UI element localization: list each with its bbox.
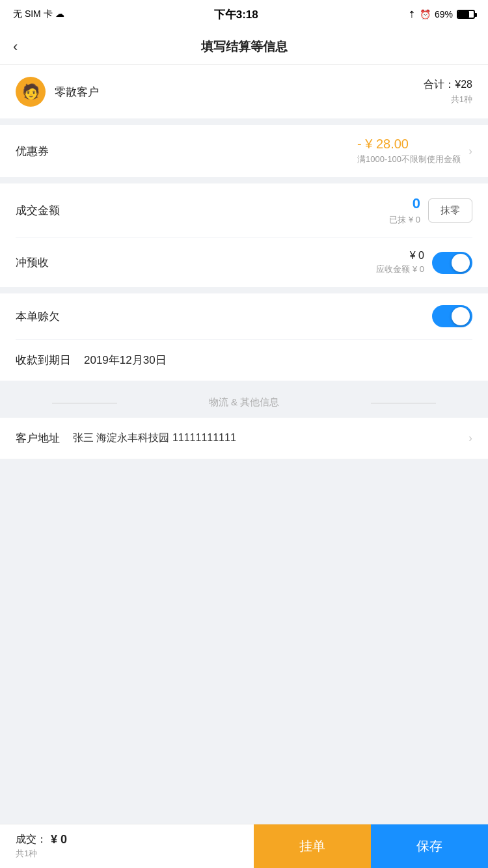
customer-left: 🧑 零散客户 xyxy=(16,77,99,107)
prepayment-toggle[interactable] xyxy=(432,252,472,274)
coupon-discount: - ¥ 28.00 xyxy=(357,137,461,152)
total-count: 共1种 xyxy=(424,94,472,105)
due-date-value: 2019年12月30日 xyxy=(84,353,167,368)
location-icon: ⇡ xyxy=(408,9,416,20)
logistics-section-header: 物流 & 其他信息 xyxy=(0,387,488,418)
transaction-right: 已抹 ¥ 0 抹零 xyxy=(368,195,472,226)
customer-card: 🧑 零散客户 合计：¥28 共1种 xyxy=(0,65,488,118)
customer-right: 合计：¥28 共1种 xyxy=(424,78,472,105)
save-button[interactable]: 保存 xyxy=(371,824,488,869)
avatar-icon: 🧑 xyxy=(22,83,40,100)
nav-bar: ‹ 填写结算等信息 xyxy=(0,29,488,65)
coupon-row[interactable]: 优惠券 - ¥ 28.00 满1000-100不限制使用金额 › xyxy=(0,125,488,177)
bottom-bar: 成交： ¥ 0 共1种 挂单 保存 xyxy=(0,824,488,868)
debt-toggle[interactable] xyxy=(432,305,472,327)
back-button[interactable]: ‹ xyxy=(13,38,18,55)
prepayment-sub: 应收金额 ¥ 0 xyxy=(376,264,424,275)
bottom-count: 共1种 xyxy=(16,848,238,860)
prepayment-value: ¥ 0 xyxy=(376,250,424,262)
due-date-row: 收款到期日 2019年12月30日 xyxy=(0,340,488,381)
coupon-card[interactable]: 优惠券 - ¥ 28.00 满1000-100不限制使用金额 › xyxy=(0,125,488,177)
debt-label: 本单赊欠 xyxy=(16,309,60,324)
prepayment-label: 冲预收 xyxy=(16,255,49,270)
address-card[interactable]: 客户地址 张三 海淀永丰科技园 11111111111 › xyxy=(0,418,488,459)
total-amount: 合计：¥28 xyxy=(424,78,472,92)
debt-right xyxy=(432,305,472,327)
debt-toggle-knob xyxy=(452,307,470,325)
coupon-desc: 满1000-100不限制使用金额 xyxy=(357,154,461,165)
bottom-info: 成交： ¥ 0 共1种 xyxy=(0,833,254,860)
toggle-knob xyxy=(452,254,470,272)
transaction-input[interactable] xyxy=(368,195,420,212)
address-label: 客户地址 xyxy=(16,431,60,446)
coupon-chevron-icon: › xyxy=(468,144,472,158)
customer-row: 🧑 零散客户 合计：¥28 共1种 xyxy=(0,65,488,118)
signal-text: 无 SIM 卡 ☁ xyxy=(13,8,64,20)
bottom-deal: 成交： ¥ 0 xyxy=(16,833,238,847)
bottom-deal-amount: ¥ 0 xyxy=(51,833,67,847)
prepayment-row: 冲预收 ¥ 0 应收金额 ¥ 0 xyxy=(0,238,488,287)
address-chevron-icon: › xyxy=(468,431,472,445)
transaction-label: 成交金额 xyxy=(16,203,60,218)
save-label: 保存 xyxy=(416,837,442,855)
round-button[interactable]: 抹零 xyxy=(428,198,472,223)
debt-row: 本单赊欠 xyxy=(0,293,488,339)
hang-button[interactable]: 挂单 xyxy=(254,824,371,869)
debt-card: 本单赊欠 收款到期日 2019年12月30日 xyxy=(0,293,488,381)
battery-icon xyxy=(457,10,475,19)
transaction-row: 成交金额 已抹 ¥ 0 抹零 xyxy=(0,183,488,237)
logistics-header-text: 物流 & 其他信息 xyxy=(209,396,279,407)
coupon-label: 优惠券 xyxy=(16,144,49,159)
battery-text: 69% xyxy=(435,9,453,20)
transaction-card: 成交金额 已抹 ¥ 0 抹零 冲预收 ¥ 0 应收金额 ¥ 0 xyxy=(0,183,488,287)
alarm-icon: ⏰ xyxy=(420,9,431,20)
bottom-deal-label: 成交： xyxy=(16,833,47,847)
customer-name: 零散客户 xyxy=(55,85,99,100)
main-content: 🧑 零散客户 合计：¥28 共1种 优惠券 - ¥ 28.00 满1000-10… xyxy=(0,65,488,517)
status-left: 无 SIM 卡 ☁ xyxy=(13,8,64,20)
page-title: 填写结算等信息 xyxy=(201,38,288,55)
address-row[interactable]: 客户地址 张三 海淀永丰科技园 11111111111 › xyxy=(0,418,488,459)
status-bar: 无 SIM 卡 ☁ 下午3:18 ⇡ ⏰ 69% xyxy=(0,0,488,29)
status-right: ⇡ ⏰ 69% xyxy=(408,9,475,20)
due-date-label: 收款到期日 xyxy=(16,353,71,368)
prepayment-right: ¥ 0 应收金额 ¥ 0 xyxy=(376,250,472,275)
transaction-sub: 已抹 ¥ 0 xyxy=(368,214,420,226)
avatar: 🧑 xyxy=(16,77,46,107)
status-time: 下午3:18 xyxy=(214,7,258,22)
hang-label: 挂单 xyxy=(299,837,325,855)
address-value: 张三 海淀永丰科技园 11111111111 xyxy=(73,431,455,445)
coupon-right: - ¥ 28.00 满1000-100不限制使用金额 › xyxy=(357,137,472,165)
